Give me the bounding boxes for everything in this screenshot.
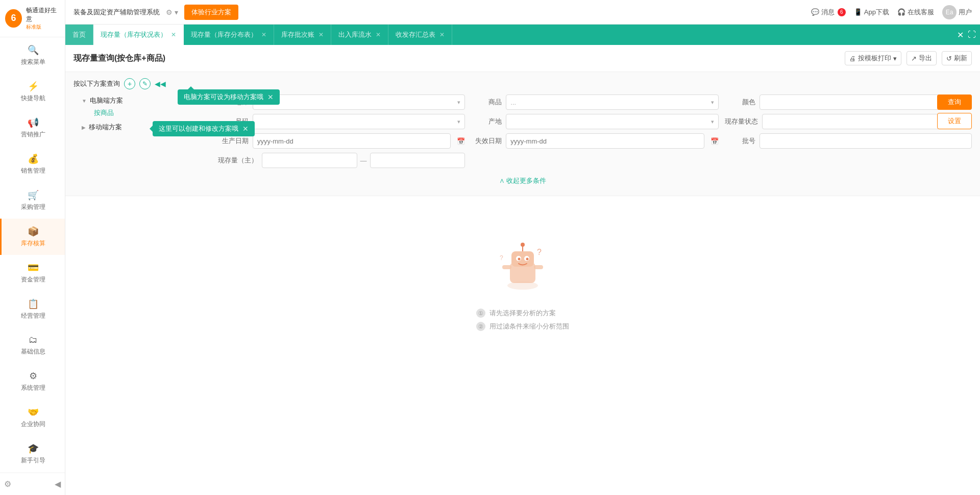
corp-nav-icon: 🤝 <box>28 407 39 418</box>
filter-area: 按以下方案查询 + ✎ ◀◀ 电脑方案可设为移动方案哦 ✕ ▼ 电脑端方案 <box>65 72 980 196</box>
logo-text-block: 畅通道好生意 标准版 <box>26 6 60 31</box>
filter-arrow-back[interactable]: ◀◀ <box>155 80 166 88</box>
expire-date-label: 失效日期 <box>471 136 502 146</box>
sidebar-item-inventory[interactable]: 📦库存核算 <box>0 219 65 255</box>
tab-inventory-status[interactable]: 现存量（库存状况表） ✕ <box>93 25 184 45</box>
print-icon: 🖨 <box>849 55 856 62</box>
headset-icon: 🎧 <box>897 8 905 16</box>
settings-header-icon[interactable]: ⚙ <box>166 8 173 16</box>
goods-chevron: ▾ <box>711 99 714 106</box>
search-btn[interactable]: 查询 <box>937 95 972 110</box>
tab-close-all-icon[interactable]: ✕ <box>957 30 964 40</box>
reset-btn[interactable]: 设置 <box>937 113 972 129</box>
message-action[interactable]: 💬 消息 6 <box>811 8 846 17</box>
collapse-bar[interactable]: ∧ 收起更多条件 <box>74 172 972 190</box>
inventory-nav-label: 库存核算 <box>21 239 45 248</box>
refresh-btn[interactable]: ↺ 刷新 <box>942 51 972 65</box>
tip-text-2: 用过滤条件来缩小分析范围 <box>489 322 569 331</box>
tab-collect-label: 收发存汇总表 <box>396 30 435 39</box>
phone-icon: 📱 <box>854 8 862 16</box>
empty-tip-1: ① 请先选择要分析的方案 <box>476 309 569 318</box>
goods-placeholder: ... <box>510 99 516 106</box>
size-chevron: ▾ <box>457 119 460 125</box>
collapse-sidebar-icon[interactable]: ◀ <box>55 479 61 489</box>
sidebar-item-basic[interactable]: 🗂基础信息 <box>0 327 65 363</box>
filter-cell-stock-qty: 现存量（主） — <box>218 153 465 168</box>
scheme-by-goods-label: 按商品 <box>94 108 114 117</box>
expire-date-calendar-icon[interactable]: 📅 <box>710 137 719 145</box>
stock-qty-range: — <box>262 153 465 168</box>
tab-inventory-dist-close[interactable]: ✕ <box>261 31 266 38</box>
tooltip-scheme-mobile-close[interactable]: ✕ <box>267 93 274 101</box>
print-chevron: ▾ <box>893 55 897 62</box>
online-support-action[interactable]: 🎧 在线客服 <box>897 8 934 17</box>
system-title: 装备及固定资产辅助管理系统 <box>74 8 160 17</box>
sidebar-item-sales[interactable]: 💰销售管理 <box>0 146 65 182</box>
tab-inventory-dist[interactable]: 现存量（库存分布表） ✕ <box>184 25 274 45</box>
tab-inout-flow[interactable]: 出入库流水 ✕ <box>331 25 388 45</box>
purchase-nav-icon: 🛒 <box>28 190 39 201</box>
goods-select[interactable]: ... ▾ <box>506 95 718 110</box>
settings-icon[interactable]: ⚙ <box>4 479 11 489</box>
refresh-icon: ↺ <box>946 55 952 62</box>
sidebar-item-guide[interactable]: 🎓新手引导 <box>0 436 65 472</box>
print-btn[interactable]: 🖨 按模板打印 ▾ <box>845 51 901 65</box>
svg-point-6 <box>526 258 529 261</box>
tab-home[interactable]: 首页 <box>65 25 93 45</box>
prod-date-calendar-icon[interactable]: 📅 <box>457 137 465 145</box>
sidebar-item-system[interactable]: ⚙系统管理 <box>0 363 65 399</box>
svg-rect-8 <box>534 265 543 269</box>
top-header: 装备及固定资产辅助管理系统 ⚙ ▾ 体验行业方案 💬 消息 6 📱 App下载 … <box>65 0 980 25</box>
tab-inout-flow-close[interactable]: ✕ <box>376 31 381 38</box>
empty-tip-2: ② 用过滤条件来缩小分析范围 <box>476 322 569 331</box>
add-scheme-btn[interactable]: + <box>124 78 135 89</box>
stock-qty-label: 现存量（主） <box>218 156 258 165</box>
sidebar-item-quick[interactable]: ⚡快捷导航 <box>0 74 65 110</box>
expire-date-input[interactable] <box>506 133 704 149</box>
sales-nav-icon: 💰 <box>28 153 39 164</box>
logo-subtitle: 标准版 <box>26 23 60 31</box>
scheme-by-goods[interactable]: 按商品 <box>82 107 123 119</box>
finance-nav-label: 资金管理 <box>21 275 45 284</box>
tab-collect[interactable]: 收发存汇总表 ✕ <box>388 25 452 45</box>
scheme-tree-container: ▼ 电脑端方案 按商品 ▶ 移动端方案 这里可以创建和修改方案哦 ✕ <box>74 95 972 172</box>
user-action[interactable]: Ea 用户 <box>942 5 972 19</box>
edit-scheme-btn[interactable]: ✎ <box>139 78 151 89</box>
search-reset-buttons: 查询 设置 <box>937 95 972 129</box>
header-left: 装备及固定资产辅助管理系统 ⚙ ▾ 体验行业方案 <box>74 5 238 20</box>
header-right: 💬 消息 6 📱 App下载 🎧 在线客服 Ea 用户 <box>811 5 972 19</box>
basic-nav-label: 基础信息 <box>21 347 45 356</box>
batch-input[interactable] <box>760 133 972 149</box>
app-download-action[interactable]: 📱 App下载 <box>854 8 889 17</box>
tab-batch[interactable]: 库存批次账 ✕ <box>274 25 331 45</box>
size-select[interactable]: ▾ <box>253 114 465 129</box>
tip-text-1: 请先选择要分析的方案 <box>489 309 556 318</box>
scheme-desktop[interactable]: ▼ 电脑端方案 <box>82 95 123 107</box>
sidebar-item-corp[interactable]: 🤝企业协同 <box>0 399 65 436</box>
tab-batch-close[interactable]: ✕ <box>318 31 324 38</box>
sidebar-item-search[interactable]: 🔍搜索菜单 <box>0 37 65 74</box>
tooltip-create-scheme-close[interactable]: ✕ <box>242 125 249 133</box>
sidebar-item-purchase[interactable]: 🛒采购管理 <box>0 182 65 219</box>
export-btn[interactable]: ↗ 导出 <box>906 51 937 65</box>
tab-inventory-status-close[interactable]: ✕ <box>171 31 176 38</box>
content-area: 现存量查询(按仓库+商品) 🖨 按模板打印 ▾ ↗ 导出 ↺ 刷新 <box>65 45 980 495</box>
filter-row-4: 现存量（主） — <box>218 153 972 168</box>
tip-num-2: ② <box>476 322 485 331</box>
sales-nav-label: 销售管理 <box>21 167 45 175</box>
industry-btn[interactable]: 体验行业方案 <box>184 5 238 20</box>
sidebar-item-operation[interactable]: 📋经营管理 <box>0 291 65 327</box>
prod-date-input[interactable] <box>253 133 451 149</box>
scheme-mobile[interactable]: ▶ 移动端方案 <box>82 121 123 133</box>
stock-qty-min-input[interactable] <box>262 153 357 168</box>
stock-qty-max-input[interactable] <box>370 153 465 168</box>
origin-select[interactable]: ▾ <box>506 114 718 129</box>
tab-fullscreen-icon[interactable]: ⛶ <box>968 30 976 39</box>
sidebar-item-marketing[interactable]: 📢营销推广 <box>0 110 65 146</box>
origin-chevron: ▾ <box>711 119 714 125</box>
tab-collect-close[interactable]: ✕ <box>439 31 445 38</box>
dropdown-header-icon[interactable]: ▾ <box>175 8 178 16</box>
sidebar-item-finance[interactable]: 💳资金管理 <box>0 255 65 291</box>
filter-row-1: 仓库 ... ▾ 商品 ... ▾ <box>218 95 972 110</box>
warehouse-select[interactable]: ... ▾ <box>253 95 465 110</box>
